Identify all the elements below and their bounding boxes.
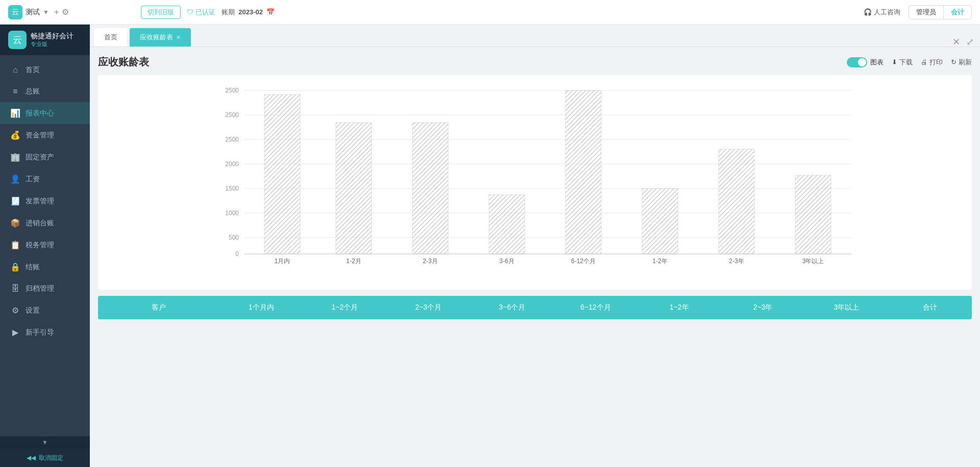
svg-text:1月内: 1月内 bbox=[275, 258, 290, 265]
sidebar-item-archive[interactable]: 🗄 归档管理 bbox=[0, 278, 90, 299]
payroll-icon: 👤 bbox=[10, 174, 20, 184]
svg-rect-24 bbox=[489, 195, 525, 254]
col-2-3year: 2~3年 bbox=[721, 296, 805, 319]
svg-text:1-2年: 1-2年 bbox=[652, 258, 667, 265]
settings-icon: ⚙ bbox=[10, 306, 20, 315]
manager-button[interactable]: 管理员 bbox=[909, 6, 943, 19]
main-layout: 云 畅捷通好会计 专业版 ⌂ 首页 ≡ 总账 📊 报表中心 💰 资金管理 bbox=[0, 25, 980, 467]
certified-badge: 🛡 已认证 bbox=[187, 8, 215, 17]
close-window-icon[interactable]: ✕ bbox=[952, 37, 960, 46]
closing-icon: 🔒 bbox=[10, 262, 20, 272]
ledger-icon: ≡ bbox=[10, 87, 20, 96]
svg-rect-20 bbox=[336, 123, 372, 254]
logo-icon: 云 bbox=[8, 31, 27, 49]
shield-icon: 🛡 bbox=[187, 8, 193, 16]
sidebar-item-settings[interactable]: ⚙ 设置 bbox=[0, 299, 90, 321]
sidebar-item-reports[interactable]: 📊 报表中心 bbox=[0, 102, 90, 124]
tab-close-icon[interactable]: ✕ bbox=[176, 34, 181, 41]
col-3-6month: 3~6个月 bbox=[470, 296, 554, 319]
svg-text:2500: 2500 bbox=[225, 136, 239, 143]
col-over3year: 3年以上 bbox=[804, 296, 888, 319]
svg-text:0: 0 bbox=[235, 250, 239, 258]
consulting-button[interactable]: 🎧 人工咨询 bbox=[864, 8, 900, 17]
home-icon: ⌂ bbox=[10, 65, 20, 75]
download-button[interactable]: ⬇ 下载 bbox=[892, 58, 913, 67]
sidebar-item-guide[interactable]: ▶ 新手引导 bbox=[0, 321, 90, 343]
chart-container: 2500 2500 2500 2000 1500 1000 500 0 bbox=[98, 75, 972, 290]
col-customer: 客户 bbox=[98, 296, 219, 319]
switch-old-button[interactable]: 切到旧版 bbox=[141, 6, 181, 19]
sales-icon: 📦 bbox=[10, 218, 20, 228]
tab-aging[interactable]: 应收账龄表 ✕ bbox=[130, 28, 191, 46]
company-selector[interactable]: 云 测试 ▼ + ⚙ bbox=[8, 5, 141, 19]
accountant-button[interactable]: 会计 bbox=[943, 6, 971, 19]
sidebar-item-payroll[interactable]: 👤 工资 bbox=[0, 168, 90, 190]
refresh-icon: ↻ bbox=[951, 58, 957, 66]
chart-toggle[interactable]: 图表 bbox=[847, 57, 884, 67]
topbar-right: 🎧 人工咨询 管理员 会计 bbox=[864, 5, 972, 19]
settings-icon[interactable]: ⚙ bbox=[62, 7, 69, 17]
download-icon: ⬇ bbox=[892, 58, 897, 66]
guide-icon: ▶ bbox=[10, 328, 20, 337]
unpin-button[interactable]: ◀◀ 取消固定 bbox=[0, 449, 90, 467]
tab-bar: 首页 应收账龄表 ✕ ✕ ⤢ bbox=[90, 25, 980, 47]
col-1month: 1个月内 bbox=[219, 296, 303, 319]
svg-text:6-12个月: 6-12个月 bbox=[571, 258, 596, 265]
page-header: 应收账龄表 图表 ⬇ 下载 🖨 打印 bbox=[98, 55, 972, 69]
sidebar-item-funds[interactable]: 💰 资金管理 bbox=[0, 124, 90, 146]
tab-home[interactable]: 首页 bbox=[94, 28, 128, 46]
svg-rect-26 bbox=[566, 90, 601, 254]
user-role-selector: 管理员 会计 bbox=[909, 5, 972, 19]
toggle-track[interactable] bbox=[847, 57, 867, 67]
col-6-12month: 6~12个月 bbox=[554, 296, 638, 319]
svg-rect-32 bbox=[795, 175, 831, 254]
headphone-icon: 🎧 bbox=[864, 8, 872, 16]
period-label: 账期 2023-02 📅 bbox=[222, 8, 275, 17]
funds-icon: 💰 bbox=[10, 130, 20, 140]
svg-text:2-3月: 2-3月 bbox=[423, 258, 437, 265]
company-name: 测试 bbox=[26, 8, 40, 17]
sidebar-item-home[interactable]: ⌂ 首页 bbox=[0, 59, 90, 81]
pin-icon: ◀◀ bbox=[27, 454, 36, 461]
refresh-button[interactable]: ↻ 刷新 bbox=[951, 58, 972, 67]
page-content: 应收账龄表 图表 ⬇ 下载 🖨 打印 bbox=[90, 47, 980, 467]
expand-window-icon[interactable]: ⤢ bbox=[966, 37, 974, 46]
chart-label: 图表 bbox=[870, 58, 884, 67]
print-button[interactable]: 🖨 打印 bbox=[921, 58, 943, 67]
svg-rect-28 bbox=[642, 189, 678, 254]
topbar: 云 测试 ▼ + ⚙ 切到旧版 🛡 已认证 账期 2023-02 📅 🎧 人工咨… bbox=[0, 0, 980, 25]
col-total: 合计 bbox=[888, 296, 972, 319]
company-logo: 云 bbox=[8, 5, 22, 19]
svg-text:3年以上: 3年以上 bbox=[802, 258, 824, 265]
page-title: 应收账龄表 bbox=[98, 55, 149, 69]
sidebar-item-invoice[interactable]: 🧾 发票管理 bbox=[0, 190, 90, 212]
col-1-2month: 1~2个月 bbox=[303, 296, 387, 319]
svg-rect-18 bbox=[264, 95, 300, 254]
sidebar-item-ledger[interactable]: ≡ 总账 bbox=[0, 81, 90, 102]
sidebar-item-sales[interactable]: 📦 进销台账 bbox=[0, 212, 90, 234]
dropdown-arrow-icon[interactable]: ▼ bbox=[43, 9, 49, 16]
svg-text:2500: 2500 bbox=[225, 87, 239, 94]
svg-text:1500: 1500 bbox=[225, 185, 239, 192]
sidebar-item-closing[interactable]: 🔒 结账 bbox=[0, 256, 90, 278]
sidebar-scroll-down[interactable]: ▼ bbox=[0, 436, 90, 449]
col-2-3month: 2~3个月 bbox=[386, 296, 470, 319]
invoice-icon: 🧾 bbox=[10, 196, 20, 206]
calendar-icon[interactable]: 📅 bbox=[266, 8, 275, 16]
tab-home-label: 首页 bbox=[104, 33, 117, 42]
add-company-icon[interactable]: + bbox=[54, 8, 59, 17]
data-table: 客户 1个月内 1~2个月 2~3个月 3~6个月 6~12个月 1~2年 2~… bbox=[98, 296, 972, 319]
svg-rect-22 bbox=[412, 123, 448, 254]
sidebar-item-assets[interactable]: 🏢 固定资产 bbox=[0, 146, 90, 168]
svg-text:2000: 2000 bbox=[225, 160, 239, 168]
print-icon: 🖨 bbox=[921, 58, 927, 66]
svg-text:1-2月: 1-2月 bbox=[346, 258, 361, 265]
assets-icon: 🏢 bbox=[10, 152, 20, 162]
svg-text:2500: 2500 bbox=[225, 111, 239, 119]
content-area: 首页 应收账龄表 ✕ ✕ ⤢ 应收账龄表 bbox=[90, 25, 980, 467]
sidebar-nav: ⌂ 首页 ≡ 总账 📊 报表中心 💰 资金管理 🏢 固定资产 👤 工资 bbox=[0, 55, 90, 436]
sidebar-item-tax[interactable]: 📋 税务管理 bbox=[0, 234, 90, 256]
table-header: 客户 1个月内 1~2个月 2~3个月 3~6个月 6~12个月 1~2年 2~… bbox=[98, 296, 972, 319]
bar-chart: 2500 2500 2500 2000 1500 1000 500 0 bbox=[110, 85, 960, 274]
tax-icon: 📋 bbox=[10, 240, 20, 250]
